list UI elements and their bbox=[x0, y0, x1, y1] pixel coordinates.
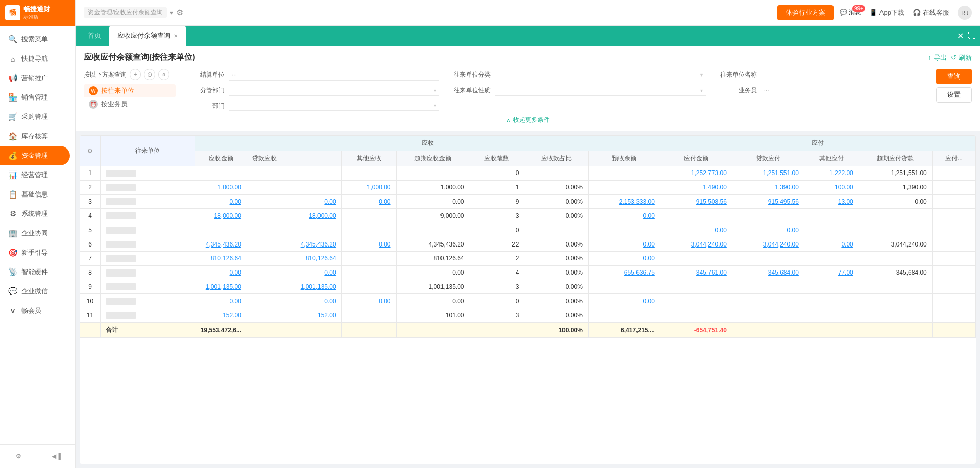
dept-input[interactable]: ▾ bbox=[229, 86, 439, 96]
row-ap-amount[interactable]: 1,252,773.00 bbox=[660, 166, 732, 181]
row-prepay[interactable]: 0.00 bbox=[588, 237, 660, 252]
row-ap-amount bbox=[660, 280, 732, 294]
row-ap-other[interactable]: 0.00 bbox=[804, 237, 859, 252]
row-ap-other[interactable]: 1,222.00 bbox=[804, 166, 859, 181]
jiesuan-unit-input[interactable]: ··· bbox=[229, 69, 439, 81]
row-ar-other bbox=[341, 251, 396, 265]
row-ap-loan[interactable]: 915,495.56 bbox=[732, 194, 804, 209]
table-settings-icon[interactable]: ⚙ bbox=[87, 147, 93, 155]
row-ar-loan[interactable]: 0.00 bbox=[247, 294, 341, 308]
row-ap-overdue: 0.00 bbox=[859, 194, 932, 209]
sidebar-bottom: ⚙ ◀▐ bbox=[0, 444, 75, 468]
tab-close-all-icon[interactable]: ✕ bbox=[957, 31, 964, 41]
row-ap-loan[interactable]: 0.00 bbox=[732, 223, 804, 237]
row-ar-amount[interactable]: 0.00 bbox=[195, 294, 247, 308]
sidebar-item-operation[interactable]: 📊 经营管理 bbox=[0, 165, 75, 185]
row-ap-loan[interactable]: 345,684.00 bbox=[732, 265, 804, 280]
row-ap-amount[interactable]: 0.00 bbox=[660, 223, 732, 237]
row-ar-ratio: 0.00% bbox=[524, 237, 588, 252]
row-ap-extra bbox=[932, 237, 975, 252]
row-ap-amount[interactable]: 915,508.56 bbox=[660, 194, 732, 209]
row-prepay[interactable]: 655,636.75 bbox=[588, 265, 660, 280]
edit-scheme-button[interactable]: ⊙ bbox=[144, 69, 155, 80]
row-prepay[interactable]: 2,153,333.00 bbox=[588, 194, 660, 209]
row-ar-loan[interactable]: 4,345,436.20 bbox=[247, 237, 341, 252]
sidebar-item-inventory[interactable]: 🏠 库存核算 bbox=[0, 127, 75, 146]
row-ap-loan[interactable]: 1,390.00 bbox=[732, 180, 804, 194]
sidebar-collapse-button[interactable]: ◀▐ bbox=[38, 449, 76, 464]
chevron-down-icon: ▾ bbox=[434, 88, 436, 93]
sidebar-item-quicknav[interactable]: ⌂ 快捷导航 bbox=[0, 49, 75, 68]
sidebar-item-hardware[interactable]: 📡 智能硬件 bbox=[0, 262, 75, 282]
gear-icon[interactable]: ⚙ bbox=[176, 8, 183, 17]
collapse-button[interactable]: ∧ 收起更多条件 bbox=[84, 116, 972, 125]
partner-category-input[interactable]: ▾ bbox=[495, 70, 705, 80]
row-ar-loan[interactable]: 18,000.00 bbox=[247, 209, 341, 223]
row-ap-other[interactable]: 13.00 bbox=[804, 194, 859, 209]
export-button[interactable]: ↑ 导出 bbox=[928, 53, 947, 62]
scheme-bystaff[interactable]: ⏰ 按业务员 bbox=[84, 97, 176, 111]
sidebar-item-vip[interactable]: V 畅会员 bbox=[0, 301, 75, 321]
row-prepay[interactable]: 0.00 bbox=[588, 251, 660, 265]
row-ar-amount[interactable]: 810,126.64 bbox=[195, 251, 247, 265]
row-ap-amount[interactable]: 1,490.00 bbox=[660, 180, 732, 194]
partner-nature-input[interactable]: ▾ bbox=[495, 86, 705, 96]
row-ar-loan[interactable]: 0.00 bbox=[247, 194, 341, 209]
tab-expand-icon[interactable]: ⛶ bbox=[968, 31, 976, 40]
tab-home[interactable]: 首页 bbox=[80, 26, 109, 46]
row-ar-amount[interactable]: 1,001,135.00 bbox=[195, 280, 247, 294]
chevron-down-icon[interactable]: ▾ bbox=[170, 9, 173, 16]
row-ap-amount[interactable]: 345,761.00 bbox=[660, 265, 732, 280]
row-ap-loan[interactable]: 1,251,551.00 bbox=[732, 166, 804, 181]
row-ar-amount[interactable]: 0.00 bbox=[195, 265, 247, 280]
row-ar-amount[interactable]: 4,345,436.20 bbox=[195, 237, 247, 252]
online-service-button[interactable]: 🎧 在线客服 bbox=[913, 8, 949, 17]
setting-button[interactable]: 设置 bbox=[936, 87, 972, 103]
row-ar-amount[interactable]: 1,000.00 bbox=[195, 180, 247, 194]
sidebar-item-sales[interactable]: 🏪 销售管理 bbox=[0, 88, 75, 107]
query-button[interactable]: 查询 bbox=[936, 69, 972, 84]
row-ar-amount[interactable]: 18,000.00 bbox=[195, 209, 247, 223]
row-ar-other[interactable]: 1,000.00 bbox=[341, 180, 396, 194]
row-ap-other[interactable]: 100.00 bbox=[804, 180, 859, 194]
row-ap-other[interactable]: 77.00 bbox=[804, 265, 859, 280]
sidebar-item-corp[interactable]: 🏢 企业协同 bbox=[0, 224, 75, 243]
sidebar-item-finance[interactable]: 💰 资金管理 bbox=[0, 146, 70, 165]
sidebar-item-purchase[interactable]: 🛒 采购管理 bbox=[0, 107, 75, 127]
user-avatar[interactable]: Rit bbox=[958, 6, 972, 20]
sidebar-item-marketing[interactable]: 📢 营销推广 bbox=[0, 68, 75, 88]
row-ar-loan[interactable]: 1,001,135.00 bbox=[247, 280, 341, 294]
more-scheme-button[interactable]: « bbox=[158, 69, 169, 80]
sidebar-item-search[interactable]: 🔍 搜索菜单 bbox=[0, 30, 75, 49]
row-partner bbox=[101, 308, 195, 323]
sidebar-settings-button[interactable]: ⚙ bbox=[0, 449, 38, 464]
message-button[interactable]: 💬 消息 99+ bbox=[840, 8, 861, 17]
row-ar-other[interactable]: 0.00 bbox=[341, 194, 396, 209]
row-ar-overdue: 101.00 bbox=[396, 308, 470, 323]
row-ar-other[interactable]: 0.00 bbox=[341, 237, 396, 252]
app-download-button[interactable]: 📱 App下载 bbox=[869, 8, 904, 17]
scheme-bypartner[interactable]: W 按往来单位 bbox=[84, 84, 176, 97]
sidebar-item-guide[interactable]: 🎯 新手引导 bbox=[0, 243, 75, 262]
row-ar-loan[interactable]: 810,126.64 bbox=[247, 251, 341, 265]
row-ap-amount[interactable]: 3,044,240.00 bbox=[660, 237, 732, 252]
refresh-button[interactable]: ↺ 刷新 bbox=[951, 53, 972, 62]
sidebar-item-wechat[interactable]: 💬 企业微信 bbox=[0, 282, 75, 301]
tab-arquery[interactable]: 应收应付余额查询 ✕ bbox=[109, 26, 186, 46]
solution-button[interactable]: 体验行业方案 bbox=[777, 5, 834, 20]
add-scheme-button[interactable]: + bbox=[130, 69, 141, 80]
sidebar-logo: 畅 畅捷通财 标准版 bbox=[0, 0, 75, 26]
row-prepay[interactable]: 0.00 bbox=[588, 209, 660, 223]
sidebar-item-basic[interactable]: 📋 基础信息 bbox=[0, 185, 75, 204]
row-ar-loan[interactable]: 0.00 bbox=[247, 265, 341, 280]
row-ar-loan[interactable]: 152.00 bbox=[247, 308, 341, 323]
row-prepay[interactable]: 0.00 bbox=[588, 294, 660, 308]
department-input[interactable]: ▾ bbox=[229, 101, 439, 111]
row-ar-other[interactable]: 0.00 bbox=[341, 294, 396, 308]
row-ap-loan[interactable]: 3,044,240.00 bbox=[732, 237, 804, 252]
sidebar-item-system[interactable]: ⚙ 系统管理 bbox=[0, 204, 75, 224]
row-ar-amount[interactable]: 0.00 bbox=[195, 194, 247, 209]
col-settings[interactable]: ⚙ bbox=[80, 136, 101, 166]
row-ar-amount[interactable]: 152.00 bbox=[195, 308, 247, 323]
tab-close-icon[interactable]: ✕ bbox=[174, 33, 178, 39]
